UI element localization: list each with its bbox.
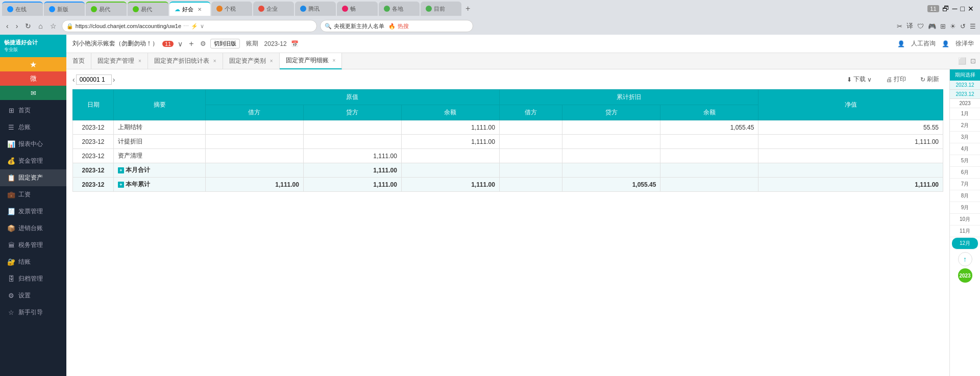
sidebar-item-archive[interactable]: 🗄 归档管理: [0, 270, 66, 287]
cell-net-value: [758, 163, 943, 178]
collapse-tab-icon[interactable]: ⬜: [958, 57, 966, 65]
period-month-12[interactable]: 12月: [952, 238, 978, 249]
period-month-1[interactable]: 1月: [950, 108, 980, 120]
period-month-9[interactable]: 9月: [950, 202, 980, 214]
close-tab-haohao[interactable]: ✕: [198, 7, 202, 12]
sidebar-item-fixed-assets[interactable]: 📋 固定资产: [0, 169, 66, 186]
page-tab-depreciation-stats[interactable]: 固定资产折旧统计表 ×: [148, 53, 223, 69]
scissors-icon[interactable]: ✂: [897, 22, 902, 30]
next-page-button[interactable]: ›: [113, 76, 115, 84]
close-asset-category-tab[interactable]: ×: [270, 58, 273, 64]
browser-tab-haohao[interactable]: ☁ 好会 ✕: [169, 2, 210, 16]
switch-old-button[interactable]: 切到旧版: [210, 39, 240, 48]
close-depreciation-stats-tab[interactable]: ×: [213, 58, 216, 64]
print-button[interactable]: 🖨 打印: [882, 73, 910, 85]
period-month-8[interactable]: 8月: [950, 190, 980, 202]
cell-orig-debit: [206, 149, 304, 163]
cell-orig-credit: [303, 135, 401, 149]
add-company-icon[interactable]: +: [189, 39, 193, 48]
sidebar-item-tax[interactable]: 🏛 税务管理: [0, 237, 66, 254]
browser-tab-geshui[interactable]: 个税: [211, 2, 252, 16]
page-tab-nav: 首页 固定资产管理 × 固定资产折旧统计表 × 固定资产类别 × 固定资产明细账…: [66, 53, 980, 69]
period-year[interactable]: 2023: [950, 99, 980, 108]
sidebar-item-settings[interactable]: ⚙ 设置: [0, 287, 66, 304]
calendar-icon[interactable]: 📅: [291, 40, 299, 47]
close-asset-ledger-tab[interactable]: ×: [333, 58, 336, 63]
sidebar-item-home[interactable]: ⊞ 首页: [0, 102, 66, 119]
close-window-icon[interactable]: ✕: [968, 5, 974, 13]
game-icon[interactable]: 🎮: [928, 22, 936, 30]
back-button[interactable]: ‹: [4, 22, 11, 30]
refresh-button[interactable]: ↻: [23, 22, 33, 30]
expand-tab-icon[interactable]: ⊡: [970, 57, 976, 65]
sidebar-item-stock[interactable]: 📦 进销台账: [0, 220, 66, 237]
translate-icon[interactable]: 译: [906, 21, 913, 31]
search-box[interactable]: 🔍 央视更新主持人名单 🔥 热搜: [320, 20, 473, 32]
sidebar-item-close[interactable]: 🔐 结账: [0, 254, 66, 270]
period-month-3[interactable]: 3月: [950, 132, 980, 143]
scroll-up-button[interactable]: ↑: [958, 252, 972, 266]
bookmark-button[interactable]: ☆: [48, 22, 59, 30]
page-tab-asset-ledger[interactable]: 固定资产明细账 ×: [280, 53, 342, 69]
settings-icon[interactable]: ↺: [960, 22, 966, 30]
sidebar-item-invoice[interactable]: 🧾 发票管理: [0, 203, 66, 220]
col-accumulated-depreciation: 累计折旧: [499, 90, 758, 105]
brightness-icon[interactable]: ☀: [950, 22, 956, 30]
close-fixed-assets-mgmt-tab[interactable]: ×: [138, 58, 141, 64]
maximize-icon[interactable]: □: [961, 5, 965, 13]
sidebar-item-guide[interactable]: ☆ 新手引导: [0, 304, 66, 321]
period-selected-end[interactable]: 2023.12: [950, 90, 980, 99]
sidebar-item-archive-label: 归档管理: [18, 274, 43, 283]
sidebar-item-ledger[interactable]: ☰ 总账: [0, 119, 66, 136]
table-row: 2023-12 +本年累计 1,111.00 1,111.00 1,111.00…: [73, 178, 943, 192]
refresh-data-button[interactable]: ↻ 刷新: [916, 73, 943, 85]
browser-tab-xinjian[interactable]: 新版: [44, 2, 85, 16]
page-tab-fixed-assets-mgmt[interactable]: 固定资产管理 ×: [91, 53, 148, 69]
browser-tab-yidai1[interactable]: 易代: [86, 2, 127, 16]
new-tab-button[interactable]: +: [462, 4, 473, 13]
page-tab-home[interactable]: 首页: [66, 53, 91, 69]
minimize-icon[interactable]: ─: [952, 5, 958, 13]
sidebar-item-reports[interactable]: 📊 报表中心: [0, 136, 66, 153]
restore-window-icon[interactable]: 🗗: [942, 5, 949, 13]
period-month-2[interactable]: 2月: [950, 120, 980, 132]
tab-count-badge: 11: [927, 5, 939, 12]
home-button[interactable]: ⌂: [36, 22, 44, 30]
cell-net-value: 55.55: [758, 120, 943, 135]
sidebar-item-funds[interactable]: 💰 资金管理: [0, 153, 66, 169]
period-selected-start[interactable]: 2023.12: [950, 81, 980, 90]
home-icon: ⊞: [7, 107, 15, 114]
grid-icon[interactable]: ⊞: [940, 22, 946, 30]
user-icon: 👤: [942, 40, 949, 47]
sidebar-item-payroll[interactable]: 💼 工资: [0, 186, 66, 203]
forward-button[interactable]: ›: [14, 22, 20, 30]
browser-tab-mubiao[interactable]: 目前: [421, 2, 461, 16]
browser-tab-yidai2[interactable]: 易代: [128, 2, 168, 16]
username[interactable]: 徐泽华: [955, 39, 974, 48]
cell-date: 2023-12: [73, 149, 114, 163]
settings-small-icon[interactable]: ⚙: [200, 40, 206, 47]
period-month-10[interactable]: 10月: [950, 214, 980, 225]
page-tab-asset-category[interactable]: 固定资产类别 ×: [223, 53, 280, 69]
browser-tab-zaixian[interactable]: 在线: [2, 2, 43, 16]
period-month-11[interactable]: 11月: [950, 225, 980, 237]
period-month-6[interactable]: 6月: [950, 167, 980, 179]
sidebar-item-guide-label: 新手引导: [18, 308, 43, 317]
menu-icon[interactable]: ☰: [970, 22, 976, 30]
browser-tab-chang[interactable]: 畅: [337, 2, 378, 16]
browser-tab-gedi[interactable]: 各地: [379, 2, 420, 16]
period-month-7[interactable]: 7月: [950, 179, 980, 190]
period-label: 账期: [246, 39, 258, 48]
page-number[interactable]: 000001 1: [76, 74, 112, 85]
period-month-4[interactable]: 4月: [950, 143, 980, 155]
prev-page-button[interactable]: ‹: [72, 76, 75, 84]
browser-tab-tengxun[interactable]: 腾讯: [295, 2, 336, 16]
year-badge-2023[interactable]: 2023: [958, 268, 972, 283]
address-bar[interactable]: 🔒 https://cloud.chanjet.com/accounting/u…: [62, 20, 317, 32]
download-button[interactable]: ⬇ 下载 ∨: [843, 73, 876, 85]
browser-tab-qiye[interactable]: 企业: [253, 2, 294, 16]
period-month-5[interactable]: 5月: [950, 155, 980, 167]
dropdown-arrow-icon[interactable]: ∨: [178, 40, 183, 48]
help-text[interactable]: 人工咨询: [911, 39, 936, 48]
extension-icon[interactable]: 🛡: [917, 22, 924, 30]
